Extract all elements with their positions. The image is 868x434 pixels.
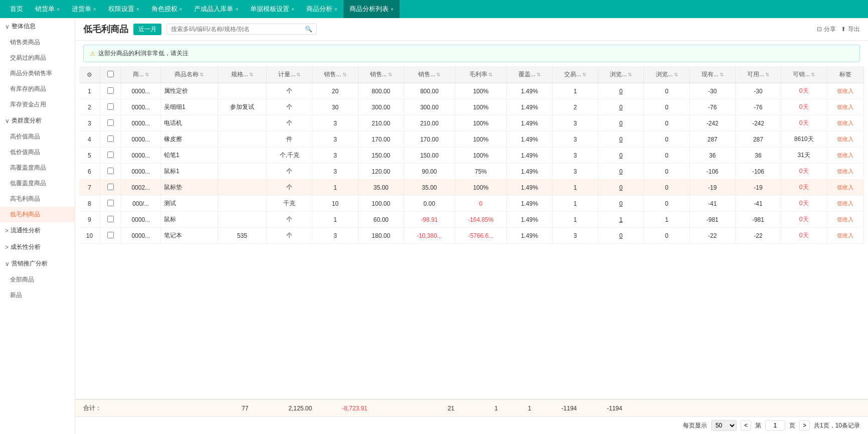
prev-page-button[interactable]: < <box>741 420 751 430</box>
row-checkbox[interactable] <box>100 180 121 196</box>
row-select-checkbox[interactable] <box>107 135 114 142</box>
row-view1[interactable]: 0 <box>598 99 644 115</box>
nav-home[interactable]: 首页 <box>4 0 29 18</box>
search-input[interactable] <box>171 26 305 33</box>
col-sales-amount[interactable]: 销售...⇅ <box>404 66 455 83</box>
row-select-checkbox[interactable] <box>107 232 114 238</box>
close-icon[interactable]: × <box>136 7 139 12</box>
nav-sales-order[interactable]: 销货单 × <box>29 0 66 18</box>
filter-button[interactable]: 近一月 <box>133 24 161 35</box>
col-checkbox[interactable] <box>100 66 121 83</box>
row-select-checkbox[interactable] <box>107 119 114 126</box>
share-button[interactable]: ⊡ 分享 <box>817 25 836 34</box>
close-icon[interactable]: × <box>235 7 238 12</box>
nav-purchase-order[interactable]: 进货单 × <box>66 0 102 18</box>
row-select-checkbox[interactable] <box>107 216 114 222</box>
col-coverage[interactable]: 覆盖...⇅ <box>506 66 552 83</box>
page-number-input[interactable] <box>765 420 785 430</box>
sidebar-section-circulation[interactable]: > 流通性分析 <box>0 222 75 239</box>
alert-banner: ⚠ 这部分商品的利润非常低，请关注 <box>83 45 860 62</box>
row-tag: 低收入 <box>827 148 864 164</box>
row-checkbox[interactable] <box>100 212 121 228</box>
col-trade[interactable]: 交易...⇅ <box>552 66 598 83</box>
next-page-button[interactable]: > <box>799 420 810 430</box>
nav-permissions[interactable]: 权限设置 × <box>102 0 145 18</box>
col-current[interactable]: 现有...⇅ <box>689 66 735 83</box>
col-unit[interactable]: 计量...⇅ <box>267 66 312 83</box>
row-available: -30 <box>735 83 781 99</box>
sidebar-item-high-coverage[interactable]: 高覆盖度商品 <box>0 160 75 176</box>
col-name[interactable]: 商品名称⇅ <box>160 66 218 83</box>
sidebar-section-overall[interactable]: ∨ 整体信息 <box>0 18 75 35</box>
row-checkbox[interactable] <box>100 196 121 212</box>
row-select-checkbox[interactable] <box>107 168 114 174</box>
close-icon[interactable]: × <box>57 7 60 12</box>
col-sellable[interactable]: 可销...⇅ <box>781 66 827 83</box>
row-checkbox[interactable] <box>100 99 121 115</box>
sidebar-item-low-value[interactable]: 低价值商品 <box>0 144 75 160</box>
sidebar-item-high-margin[interactable]: 高毛利商品 <box>0 191 75 207</box>
sidebar-item-high-value[interactable]: 高价值商品 <box>0 129 75 144</box>
row-view1[interactable]: 0 <box>598 148 644 164</box>
per-page-select[interactable]: 50 100 200 <box>711 420 737 431</box>
sidebar-item-all-goods[interactable]: 全部商品 <box>0 272 75 287</box>
search-icon[interactable]: 🔍 <box>305 26 312 33</box>
row-select-checkbox[interactable] <box>107 103 114 110</box>
row-select-checkbox[interactable] <box>107 184 114 190</box>
col-sales-price[interactable]: 销售...⇅ <box>358 66 404 83</box>
col-gross-rate[interactable]: 毛利率⇅ <box>455 66 506 83</box>
row-view1[interactable]: 0 <box>598 83 644 99</box>
row-select-checkbox[interactable] <box>107 87 114 94</box>
row-view1[interactable]: 0 <box>598 196 644 212</box>
sidebar-item-category-sales-rate[interactable]: 商品分类销售率 <box>0 66 75 81</box>
nav-product-analysis-list[interactable]: 商品分析列表 × <box>343 0 400 18</box>
close-icon[interactable]: × <box>334 7 337 12</box>
close-icon[interactable]: × <box>291 7 294 12</box>
export-button[interactable]: ⬆ 导出 <box>841 25 860 34</box>
nav-product-analysis[interactable]: 商品分析 × <box>300 0 343 18</box>
row-checkbox[interactable] <box>100 131 121 148</box>
nav-roles[interactable]: 角色授权 × <box>145 0 189 18</box>
row-sales-qty: 3 <box>312 164 358 180</box>
select-all-checkbox[interactable] <box>107 71 114 77</box>
sidebar-item-new-goods[interactable]: 新品 <box>0 287 75 303</box>
sidebar-section-cluster[interactable]: ∨ 类群度分析 <box>0 112 75 129</box>
col-code[interactable]: 商...⇅ <box>121 66 161 83</box>
row-checkbox[interactable] <box>100 83 121 99</box>
row-select-checkbox[interactable] <box>107 152 114 158</box>
row-view1[interactable]: 0 <box>598 228 644 244</box>
nav-template-settings[interactable]: 单据模板设置 × <box>244 0 300 18</box>
row-view1[interactable]: 0 <box>598 131 644 148</box>
sidebar-item-sales-goods[interactable]: 销售类商品 <box>0 35 75 50</box>
row-checkbox[interactable] <box>100 115 121 131</box>
col-available[interactable]: 可用...⇅ <box>735 66 781 83</box>
row-checkbox[interactable] <box>100 228 121 244</box>
col-view2[interactable]: 浏览...⇅ <box>644 66 689 83</box>
row-view1[interactable]: 0 <box>598 164 644 180</box>
row-view1[interactable]: 1 <box>598 212 644 228</box>
row-sales-price: 60.00 <box>358 212 404 228</box>
close-icon[interactable]: × <box>391 7 394 12</box>
col-view1[interactable]: 浏览...⇅ <box>598 66 644 83</box>
row-select-checkbox[interactable] <box>107 200 114 206</box>
col-spec[interactable]: 规格...⇅ <box>218 66 267 83</box>
row-view1[interactable]: 0 <box>598 115 644 131</box>
sidebar-item-low-coverage[interactable]: 低覆盖度商品 <box>0 176 75 191</box>
col-settings[interactable]: ⚙ <box>79 66 100 83</box>
row-checkbox[interactable] <box>100 148 121 164</box>
nav-finished-goods[interactable]: 产成品入库单 × <box>188 0 244 18</box>
sidebar-item-traded-goods[interactable]: 交易过的商品 <box>0 50 75 66</box>
sidebar-item-inventory-capital[interactable]: 库存资金占用 <box>0 97 75 112</box>
col-sales-qty[interactable]: 销售...⇅ <box>312 66 358 83</box>
sidebar-section-marketing[interactable]: ∨ 营销推广分析 <box>0 255 75 272</box>
sidebar-item-low-margin[interactable]: 低毛利商品 <box>0 207 75 222</box>
close-icon[interactable]: × <box>93 7 96 12</box>
sidebar-item-stocked-goods[interactable]: 有库存的商品 <box>0 81 75 97</box>
col-tag[interactable]: 标签 <box>827 66 864 83</box>
row-code: 0000... <box>121 131 161 148</box>
table-row: 8 000/... 测试 千克 10 100.00 0.00 0 1.49% 1… <box>79 196 864 212</box>
close-icon[interactable]: × <box>180 7 183 12</box>
row-view1[interactable]: 0 <box>598 180 644 196</box>
row-checkbox[interactable] <box>100 164 121 180</box>
sidebar-section-growth[interactable]: > 成长性分析 <box>0 239 75 255</box>
